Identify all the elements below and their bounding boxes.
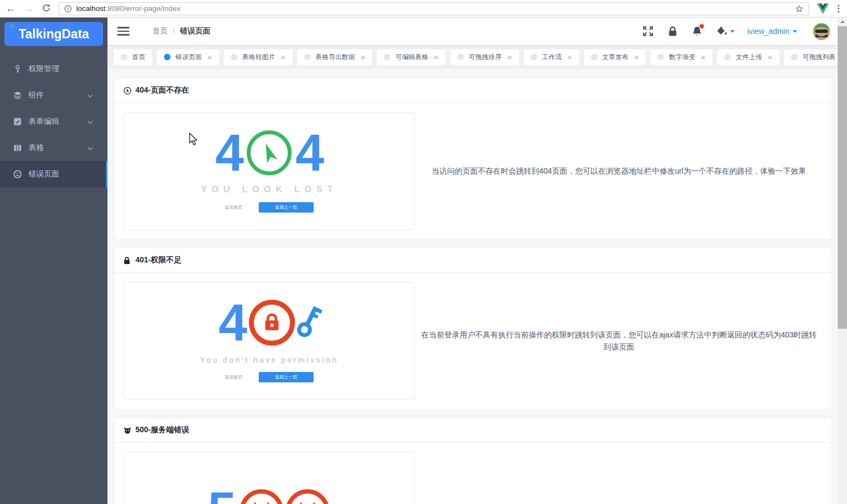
notification-badge	[700, 24, 704, 28]
tab-dot-icon	[164, 54, 170, 60]
tab-table-to-image[interactable]: 表格转图片 ×	[223, 49, 293, 66]
page-info-icon[interactable]	[64, 5, 72, 13]
sidebar-item-label: 组件	[29, 90, 44, 100]
tab-home[interactable]: 首页	[113, 49, 153, 66]
card-404-header: 404-页面不存在	[115, 78, 832, 103]
collapse-menu-icon[interactable]	[117, 27, 129, 36]
sidebar-item-components[interactable]: 组件	[0, 82, 107, 108]
lock-icon[interactable]	[667, 25, 679, 37]
breadcrumb-home[interactable]: 首页	[152, 26, 168, 36]
theme-switcher[interactable]	[716, 25, 735, 37]
close-icon[interactable]: ×	[768, 53, 772, 61]
error-code-digit: 4	[295, 130, 323, 176]
error-401-preview: 4 You don't have permission 返回首页	[123, 282, 415, 400]
lock-circle-icon	[249, 300, 295, 346]
address-bar[interactable]: localhost:8080/error-page/index	[59, 2, 809, 15]
bookmark-star-icon[interactable]	[795, 4, 804, 13]
chevron-down-icon	[730, 30, 735, 33]
sidebar-item-table[interactable]: 表格	[0, 135, 107, 161]
card-500-header: 500-服务端错误	[115, 418, 832, 443]
error-code-digit: 4	[215, 130, 243, 176]
close-icon[interactable]: ×	[567, 53, 572, 61]
tab-table-export[interactable]: 表格导出数据 ×	[297, 49, 373, 66]
back-previous-button[interactable]: 返回上一页	[259, 202, 314, 213]
browser-refresh-icon[interactable]	[42, 3, 51, 14]
grid-icon	[13, 144, 22, 152]
scrollbar-up-icon[interactable]	[838, 18, 847, 26]
sidebar-menu: 权限管理 组件 表单编辑	[0, 56, 107, 187]
sidebar-item-label: 表单编辑	[29, 117, 59, 127]
card-title: 404-页面不存在	[135, 85, 189, 95]
back-home-button[interactable]: 返回首页	[225, 204, 242, 210]
browser-forward-icon[interactable]: →	[24, 3, 34, 14]
tab-file-upload[interactable]: 文件上传 ×	[717, 49, 780, 66]
close-icon[interactable]: ×	[507, 53, 512, 61]
sidebar-item-permission[interactable]: 权限管理	[0, 56, 107, 82]
page-scrollbar[interactable]	[838, 18, 847, 504]
tab-dot-icon	[457, 54, 464, 60]
main-area: 首页 / 错误页面	[107, 18, 838, 504]
close-icon[interactable]: ×	[434, 53, 439, 61]
key-icon	[294, 302, 327, 343]
bug-icon	[123, 426, 132, 434]
tab-editable-table[interactable]: 可编辑表格 ×	[376, 49, 446, 66]
back-home-button[interactable]: 返回首页	[225, 374, 242, 380]
sidebar-item-label: 权限管理	[29, 64, 59, 74]
sidebar-item-label: 错误页面	[29, 169, 59, 179]
lock-icon	[123, 256, 132, 265]
close-icon[interactable]: ×	[281, 53, 286, 61]
tab-drag-sort[interactable]: 可拖拽排序 ×	[450, 49, 520, 66]
card-title: 401-权限不足	[135, 255, 181, 265]
logo-green-square	[11, 25, 14, 28]
tab-label: 工作流	[542, 53, 562, 62]
bell-icon[interactable]	[691, 25, 703, 37]
tab-dot-icon	[791, 54, 798, 60]
error-slogan: You don't have permission	[200, 356, 338, 364]
url-text[interactable]: localhost:8080/error-page/index	[76, 4, 791, 13]
checkbox-icon	[13, 117, 22, 126]
tab-number-gradient[interactable]: 数字渐变 ×	[650, 49, 713, 66]
close-icon[interactable]: ×	[361, 53, 366, 61]
tag-tabs-bar: 首页 错误页面 × 表格转图片 × 表格导出数据 × 可编辑表格 ×	[107, 45, 838, 69]
tab-article-publish[interactable]: 文章发布 ×	[583, 49, 647, 66]
card-500: 500-服务端错误 5	[114, 417, 832, 504]
tab-workflow[interactable]: 工作流 ×	[523, 49, 580, 66]
tab-label: 数字渐变	[669, 53, 695, 62]
tab-label: 错误页面	[175, 53, 202, 62]
layers-icon	[13, 91, 22, 100]
tab-label: 可编辑表格	[395, 53, 428, 62]
sidebar-item-form-edit[interactable]: 表单编辑	[0, 108, 107, 135]
error-500-preview: 5	[123, 452, 415, 504]
chevron-down-icon	[87, 144, 93, 152]
avatar[interactable]	[813, 23, 830, 40]
close-icon[interactable]: ×	[701, 53, 706, 61]
browser-toolbar: ← → localhost:8080/error-page/index	[0, 0, 847, 18]
user-menu[interactable]: iview_admin	[747, 27, 797, 36]
tab-dot-icon	[121, 54, 127, 60]
tab-dot-icon	[384, 54, 390, 60]
close-icon[interactable]: ×	[634, 53, 639, 61]
browser-back-icon[interactable]: ←	[5, 3, 16, 14]
tab-drag-list[interactable]: 可拖拽列表 ×	[783, 49, 838, 66]
tab-label: 首页	[132, 53, 145, 62]
tab-dot-icon	[231, 54, 237, 60]
card-title: 500-服务端错误	[135, 425, 189, 435]
browser-menu-icon[interactable]	[837, 4, 840, 14]
sidebar: TalkingData 权限管理 组件	[0, 18, 107, 504]
scrollbar-thumb[interactable]	[838, 26, 847, 329]
tab-dot-icon	[531, 54, 537, 60]
tab-label: 表格导出数据	[316, 53, 355, 62]
vue-devtools-icon[interactable]	[817, 3, 829, 14]
back-previous-button[interactable]: 返回上一页	[259, 372, 314, 382]
sidebar-item-label: 表格	[29, 143, 44, 153]
close-icon[interactable]: ×	[207, 53, 212, 61]
card-404: 404-页面不存在 4 4 YOU LOOK LOST	[114, 78, 832, 240]
tab-label: 可拖拽排序	[469, 53, 502, 62]
sidebar-item-error-page[interactable]: 错误页面	[0, 161, 107, 187]
card-401-header: 401-权限不足	[115, 248, 832, 273]
fullscreen-icon[interactable]	[642, 25, 654, 37]
tab-error-page[interactable]: 错误页面 ×	[156, 49, 220, 66]
navigate-icon	[123, 87, 132, 95]
tab-dot-icon	[724, 54, 731, 60]
logo[interactable]: TalkingData	[4, 22, 103, 46]
